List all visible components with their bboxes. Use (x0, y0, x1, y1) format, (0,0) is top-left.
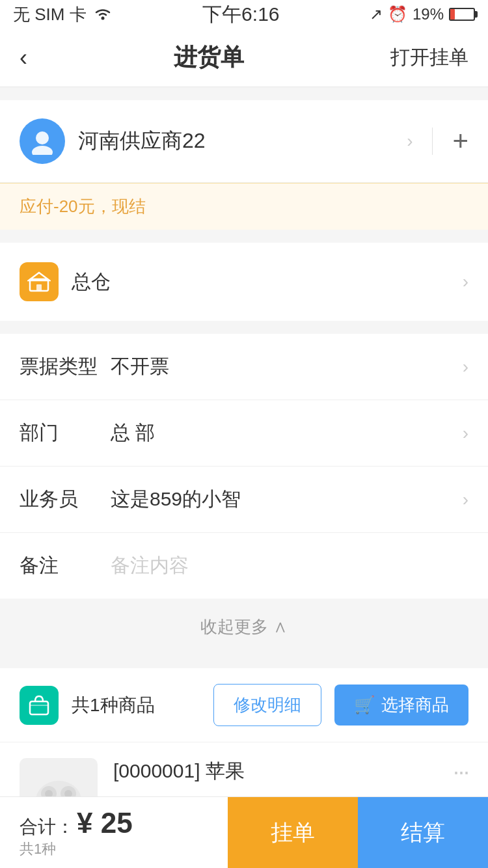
checkout-button[interactable]: 结算 (358, 797, 488, 869)
remark-input[interactable]: 备注内容 (111, 552, 468, 579)
status-time: 下午6:16 (202, 1, 279, 28)
department-row[interactable]: 部门 总 部 › (0, 400, 488, 466)
separator-1 (0, 87, 488, 100)
warehouse-icon (20, 262, 59, 301)
nav-bar: ‹ 进货单 打开挂单 (0, 29, 488, 87)
supplier-actions: › + (407, 128, 468, 155)
salesperson-label: 业务员 (20, 486, 98, 513)
salesperson-row[interactable]: 业务员 这是859的小智 › (0, 466, 488, 532)
separator-3 (0, 321, 488, 334)
product-section-icon (20, 686, 59, 725)
salesperson-chevron: › (463, 489, 468, 510)
status-bar: 无 SIM 卡 下午6:16 ↗ ⏰ 19% (0, 0, 488, 29)
warehouse-chevron-icon: › (463, 271, 468, 292)
edit-detail-button[interactable]: 修改明细 (213, 684, 321, 726)
location-icon: ↗ (370, 5, 383, 23)
bottom-bar: 合计： ¥ 25 共1种 挂单 结算 (0, 796, 488, 868)
battery-percent: 19% (413, 5, 444, 23)
supplier-chevron-icon: › (407, 131, 413, 152)
department-value: 总 部 (111, 420, 463, 446)
status-icons: ↗ ⏰ 19% (370, 5, 475, 23)
invoice-type-row[interactable]: 票据类型 不开票 › (0, 334, 488, 400)
product-more-button[interactable]: ··· (453, 758, 468, 785)
product-header: 共1种商品 修改明细 🛒 选择商品 (0, 655, 488, 742)
supplier-notice: 应付-20元，现结 (0, 183, 488, 230)
status-carrier: 无 SIM 卡 (13, 3, 113, 26)
supplier-add-icon[interactable]: + (432, 128, 468, 155)
supplier-avatar (20, 118, 65, 164)
bottom-total: 合计： ¥ 25 共1种 (0, 807, 228, 859)
total-count: 共1种 (20, 839, 208, 859)
hang-button[interactable]: 挂单 (228, 797, 358, 869)
department-chevron: › (463, 423, 468, 444)
supplier-section: 河南供应商22 › + 应付-20元，现结 (0, 100, 488, 230)
product-code: [0000001] (113, 760, 206, 781)
select-product-icon: 🛒 (354, 695, 375, 715)
svg-point-0 (101, 16, 104, 20)
collapse-button[interactable]: 收起更多 ∧ (0, 599, 488, 655)
svg-rect-6 (30, 701, 48, 714)
remark-row[interactable]: 备注 备注内容 (0, 532, 488, 599)
product-name: [0000001] 苹果 (113, 758, 437, 785)
select-product-label: 选择商品 (381, 694, 449, 716)
invoice-type-value: 不开票 (111, 353, 463, 380)
product-count: 共1种商品 (72, 693, 200, 718)
total-amount: ¥ 25 (77, 807, 133, 839)
wifi-icon (93, 5, 113, 25)
separator-2 (0, 230, 488, 243)
form-section: 票据类型 不开票 › 部门 总 部 › 业务员 这是859的小智 › 备注 备注… (0, 334, 488, 599)
carrier-text: 无 SIM 卡 (13, 3, 87, 26)
product-title: 苹果 (206, 760, 245, 781)
alarm-icon: ⏰ (388, 5, 407, 23)
invoice-type-chevron: › (463, 357, 468, 377)
total-label: 合计： (20, 815, 74, 839)
salesperson-value: 这是859的小智 (111, 486, 463, 513)
warehouse-name: 总仓 (72, 269, 463, 295)
open-hang-button[interactable]: 打开挂单 (390, 44, 468, 71)
supplier-row[interactable]: 河南供应商22 › + (0, 100, 488, 183)
nav-title: 进货单 (174, 42, 244, 74)
battery-icon (449, 8, 475, 21)
back-button[interactable]: ‹ (20, 44, 27, 72)
warehouse-section: 总仓 › (0, 243, 488, 321)
svg-rect-5 (36, 284, 42, 291)
svg-point-1 (36, 131, 49, 144)
department-label: 部门 (20, 420, 98, 446)
svg-point-2 (32, 146, 53, 155)
select-product-button[interactable]: 🛒 选择商品 (334, 685, 468, 726)
remark-label: 备注 (20, 552, 98, 579)
supplier-name: 河南供应商22 (78, 127, 407, 156)
warehouse-row[interactable]: 总仓 › (0, 243, 488, 321)
invoice-type-label: 票据类型 (20, 353, 98, 380)
